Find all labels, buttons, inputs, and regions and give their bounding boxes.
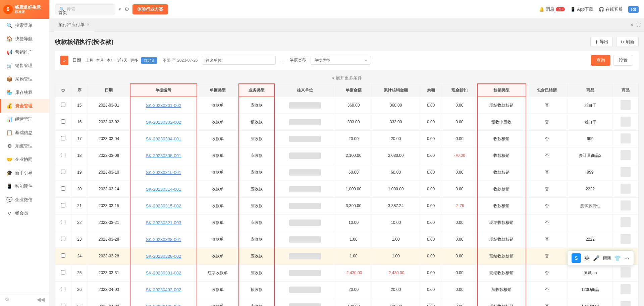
cell-checkbox[interactable] — [55, 231, 71, 248]
cell-checkbox[interactable] — [55, 130, 71, 147]
row-checkbox[interactable] — [61, 136, 65, 140]
col-biz-type[interactable]: 业务类型 — [239, 84, 274, 97]
sidebar-item-hardware[interactable]: 📱智能硬件 — [0, 180, 49, 193]
online-service[interactable]: 🎧 在线客服 — [599, 6, 623, 12]
sogou-logo[interactable]: S — [572, 253, 581, 263]
sidebar-item-finance[interactable]: 💰资金管理 — [0, 99, 49, 113]
doc-no-link[interactable]: SK-20230301-002 — [146, 103, 181, 108]
cell-checkbox[interactable] — [55, 248, 71, 264]
dropdown-icon[interactable]: ▾ — [119, 7, 121, 12]
row-checkbox[interactable] — [61, 220, 65, 224]
gear-icon[interactable]: ⚙ — [124, 6, 129, 12]
doc-no-link[interactable]: SK-20230408-001 — [146, 304, 181, 306]
sidebar-item-sales[interactable]: 🛒销售管理 — [0, 59, 49, 72]
col-amount[interactable]: 单据金额 — [335, 84, 372, 97]
sidebar-item-marketing[interactable]: 📢营销推广 — [0, 46, 49, 59]
date-more[interactable]: 更多 — [130, 58, 138, 63]
doc-type-select[interactable]: 单据类型 — [311, 56, 371, 65]
refresh-btn[interactable]: ↻ 刷新 — [616, 37, 639, 47]
date-last-month[interactable]: 上月 — [85, 58, 93, 63]
expand-icon[interactable]: ⛶ — [636, 22, 641, 27]
row-checkbox[interactable] — [61, 253, 65, 258]
sidebar-item-wechat[interactable]: 💬企业微信 — [0, 193, 49, 206]
date-this-year[interactable]: 本年 — [107, 58, 115, 63]
cell-checkbox[interactable] — [55, 147, 71, 164]
doc-no-link[interactable]: SK-20230310-001 — [146, 170, 181, 175]
sidebar-item-member[interactable]: V畅会员 — [0, 206, 49, 220]
doc-no-link[interactable]: SK-20230314-001 — [146, 187, 181, 192]
col-cash-discount[interactable]: 现金折扣 — [442, 84, 477, 97]
row-checkbox[interactable] — [61, 186, 65, 191]
col-balance[interactable]: 余额 — [420, 84, 442, 97]
cell-checkbox[interactable] — [55, 214, 71, 231]
custom-date-btn[interactable]: 自定义 — [141, 57, 157, 64]
tab-home[interactable]: 首页 — [53, 7, 95, 19]
notifications[interactable]: 🔔 消息 99+ — [539, 6, 565, 12]
sidebar-item-purchase[interactable]: 📦采购管理 — [0, 72, 49, 86]
row-checkbox[interactable] — [61, 287, 65, 291]
cell-checkbox[interactable] — [55, 97, 71, 114]
col-gear[interactable]: ⚙ — [55, 84, 71, 97]
col-cumulative[interactable]: 累计核销金额 — [372, 84, 420, 97]
row-checkbox[interactable] — [61, 270, 65, 274]
app-download[interactable]: 📱 App下载 — [570, 6, 593, 12]
sidebar-item-base-info[interactable]: 📋基础信息 — [0, 126, 49, 139]
sidebar-item-enterprise[interactable]: 🤝企业协同 — [0, 153, 49, 166]
col-writeoff-type[interactable]: 核销类型 — [477, 84, 526, 97]
sidebar-item-quick-nav[interactable]: 🏠快捷导航 — [0, 32, 49, 46]
cell-checkbox[interactable] — [55, 164, 71, 181]
col-product-img[interactable]: 商品 — [613, 84, 638, 97]
row-checkbox[interactable] — [61, 153, 65, 157]
cell-checkbox[interactable] — [55, 281, 71, 298]
unit-input[interactable] — [202, 56, 276, 65]
collapse-icon[interactable]: ◀◀ — [37, 296, 45, 303]
col-product[interactable]: 商品 — [568, 84, 613, 97]
cell-checkbox[interactable] — [55, 264, 71, 281]
doc-no-link[interactable]: SK-20230403-002 — [146, 287, 181, 292]
close-all-icon[interactable]: ✕ — [630, 22, 634, 27]
cell-checkbox[interactable] — [55, 114, 71, 130]
filter-expand-btn[interactable]: » — [60, 56, 68, 65]
cell-checkbox[interactable] — [55, 197, 71, 214]
doc-no-link[interactable]: SK-20230328-002 — [146, 254, 181, 259]
row-checkbox[interactable] — [61, 304, 65, 306]
settings-btn[interactable]: 设置 — [613, 55, 633, 66]
row-checkbox[interactable] — [61, 203, 65, 207]
col-doc-type[interactable]: 单据类型 — [197, 84, 239, 97]
tab-prepay-payable[interactable]: 预付冲应付单✕ — [53, 19, 95, 31]
keyboard-icon[interactable]: ⌨ — [603, 255, 611, 261]
doc-no-link[interactable]: SK-20230304-001 — [146, 136, 181, 141]
date-7days[interactable]: 近7天 — [117, 58, 128, 63]
sidebar-item-search-menu[interactable]: 🔍搜索菜单 — [0, 19, 49, 32]
settings-icon[interactable]: ⚙ — [5, 296, 9, 303]
row-checkbox[interactable] — [61, 170, 65, 174]
doc-no-link[interactable]: SK-20230308-001 — [146, 153, 181, 158]
query-btn[interactable]: 查询 — [591, 55, 610, 66]
col-doc-no[interactable]: 单据编号 — [130, 84, 197, 97]
col-date[interactable]: 日期 — [88, 84, 130, 97]
solution-btn[interactable]: 体验行业方案 — [132, 4, 168, 14]
english-icon[interactable]: 英 — [584, 255, 590, 262]
doc-no-link[interactable]: SK-20230331-002 — [146, 270, 181, 276]
expand-more-bar[interactable]: ▾ 展开更多条件 — [55, 73, 639, 83]
user-avatar[interactable]: Rit — [628, 6, 639, 13]
export-btn[interactable]: ⬆ 导出 — [590, 37, 613, 47]
sidebar-item-guide[interactable]: 🎓新手引导 — [0, 166, 49, 180]
col-include-settled[interactable]: 包含已结清 — [526, 84, 568, 97]
sidebar-item-operations[interactable]: 📊经营管理 — [0, 113, 49, 126]
more-icon[interactable]: ⋯ — [624, 255, 630, 261]
cell-checkbox[interactable] — [55, 181, 71, 197]
doc-no-link[interactable]: SK-20230302-002 — [146, 120, 181, 125]
date-this-month[interactable]: 本月 — [96, 58, 104, 63]
row-checkbox[interactable] — [61, 119, 65, 124]
col-unit[interactable]: 往来单位 — [274, 84, 335, 97]
cell-checkbox[interactable] — [55, 298, 71, 306]
row-checkbox[interactable] — [61, 103, 65, 107]
tab-close-prepay-payable[interactable]: ✕ — [87, 22, 90, 27]
row-checkbox[interactable] — [61, 237, 65, 241]
microphone-icon[interactable]: 🎤 — [593, 255, 600, 261]
doc-no-link[interactable]: SK-20230315-002 — [146, 203, 181, 208]
sidebar-item-system[interactable]: ⚙系统管理 — [0, 139, 49, 153]
doc-no-link[interactable]: SK-20230328-001 — [146, 237, 181, 242]
sidebar-item-inventory[interactable]: 🏪库存核算 — [0, 86, 49, 99]
